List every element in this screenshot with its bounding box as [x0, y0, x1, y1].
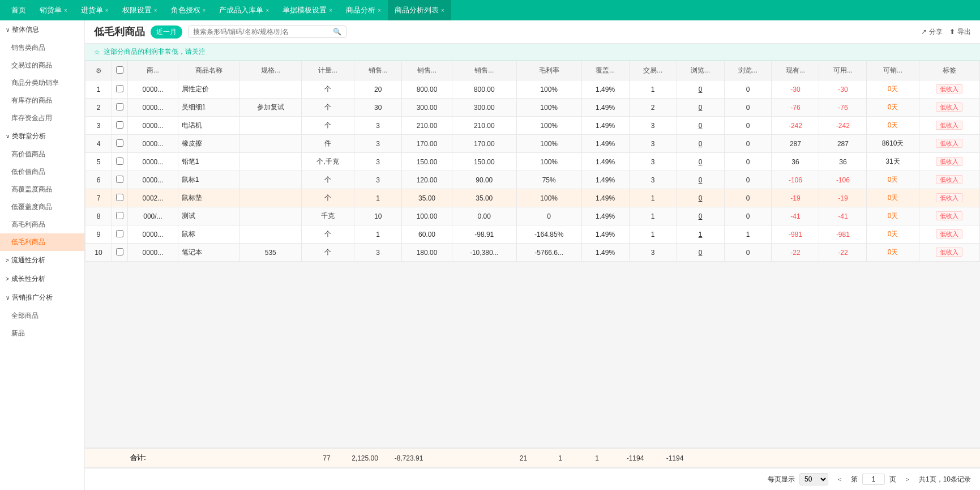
nav-item-进货单[interactable]: 进货单× — [74, 0, 115, 20]
nav-item-商品分析列表[interactable]: 商品分析列表× — [388, 0, 451, 20]
nav-close-icon[interactable]: × — [378, 7, 381, 14]
browse1-link[interactable]: 0 — [699, 249, 703, 257]
row-checkbox-cell[interactable] — [112, 80, 128, 99]
row-browse1[interactable]: 0 — [677, 153, 724, 171]
nav-item-权限设置[interactable]: 权限设置× — [115, 0, 164, 20]
sidebar-item-商品分类助销率[interactable]: 商品分类助销率 — [0, 74, 84, 92]
row-checkbox-cell[interactable] — [112, 153, 128, 171]
prev-page-button[interactable]: ＜ — [833, 474, 846, 485]
browse1-link[interactable]: 0 — [699, 122, 703, 130]
browse1-link[interactable]: 0 — [699, 176, 703, 184]
row-checkbox-cell[interactable] — [112, 225, 128, 244]
filter-recent-month-button[interactable]: 近一月 — [151, 25, 182, 39]
table-row[interactable]: 5 0000... 铅笔1 个,千克 3 150.00 150.00 100% … — [85, 153, 980, 171]
sidebar-group-成长性分析[interactable]: >成长性分析 — [0, 270, 84, 288]
table-row[interactable]: 9 0000... 鼠标 个 1 60.00 -98.91 -164.85% 1… — [85, 225, 980, 244]
row-checkbox[interactable] — [116, 103, 123, 110]
table-row[interactable]: 6 0000... 鼠标1 个 3 120.00 90.00 75% 1.49%… — [85, 171, 980, 189]
sidebar-item-交易过的商品[interactable]: 交易过的商品 — [0, 57, 84, 74]
sidebar-group-整体信息[interactable]: ∨整体信息 — [0, 20, 84, 39]
row-checkbox[interactable] — [116, 85, 123, 92]
row-browse1[interactable]: 0 — [677, 80, 724, 99]
row-checkbox-cell[interactable] — [112, 135, 128, 153]
nav-item-产成品入库单[interactable]: 产成品入库单× — [212, 0, 276, 20]
row-checkbox-cell[interactable] — [112, 207, 128, 225]
export-button[interactable]: ⬆ 导出 — [949, 27, 971, 37]
sidebar-group-类群堂分析[interactable]: ∨类群堂分析 — [0, 127, 84, 146]
row-checkbox[interactable] — [116, 248, 123, 255]
row-browse1[interactable]: 0 — [677, 99, 724, 117]
browse1-link[interactable]: 0 — [699, 104, 703, 112]
nav-close-icon[interactable]: × — [329, 7, 332, 14]
nav-close-icon[interactable]: × — [64, 7, 67, 14]
table-row[interactable]: 7 0002... 鼠标垫 个 1 35.00 35.00 100% 1.49%… — [85, 189, 980, 207]
select-all-col[interactable] — [112, 61, 128, 80]
sidebar-item-低价值商品[interactable]: 低价值商品 — [0, 163, 84, 181]
browse1-link[interactable]: 0 — [699, 194, 703, 202]
table-row[interactable]: 4 0000... 橡皮擦 件 3 170.00 170.00 100% 1.4… — [85, 135, 980, 153]
sidebar-group-流通性分析[interactable]: >流通性分析 — [0, 251, 84, 270]
row-checkbox-cell[interactable] — [112, 117, 128, 135]
table-row[interactable]: 2 0000... 吴细细1 参加复试 个 30 300.00 300.00 1… — [85, 99, 980, 117]
nav-item-商品分析[interactable]: 商品分析× — [339, 0, 388, 20]
nav-item-销货单[interactable]: 销货单× — [33, 0, 74, 20]
row-checkbox-cell[interactable] — [112, 189, 128, 207]
row-checkbox[interactable] — [116, 212, 123, 219]
browse1-link[interactable]: 0 — [699, 140, 703, 148]
sidebar-item-新品[interactable]: 新品 — [0, 325, 84, 342]
sidebar-item-高价值商品[interactable]: 高价值商品 — [0, 146, 84, 163]
row-checkbox[interactable] — [116, 121, 123, 129]
row-browse1[interactable]: 0 — [677, 135, 724, 153]
nav-item-单据模板设置[interactable]: 单据模板设置× — [276, 0, 339, 20]
row-browse1[interactable]: 0 — [677, 189, 724, 207]
page-input[interactable] — [862, 474, 885, 485]
row-checkbox-cell[interactable] — [112, 99, 128, 117]
settings-icon[interactable]: ⚙ — [96, 67, 102, 75]
row-browse1[interactable]: 0 — [677, 171, 724, 189]
browse1-link[interactable]: 1 — [699, 231, 703, 238]
search-input[interactable] — [193, 28, 333, 36]
nav-close-icon[interactable]: × — [105, 7, 109, 14]
row-checkbox[interactable] — [116, 157, 123, 165]
browse1-link[interactable]: 0 — [699, 212, 703, 220]
sidebar-item-低毛利商品[interactable]: 低毛利商品 — [0, 233, 84, 251]
row-checkbox[interactable] — [116, 230, 123, 237]
per-page-select[interactable]: 50 100 200 — [799, 473, 828, 485]
nav-close-icon[interactable]: × — [441, 7, 444, 14]
table-container[interactable]: ⚙ 商... 商品名称 规格... 计量... 销售... 销售... 销售..… — [85, 61, 980, 448]
nav-item-角色授权[interactable]: 角色授权× — [164, 0, 213, 20]
nav-close-icon[interactable]: × — [266, 7, 269, 14]
sidebar-item-销售类商品[interactable]: 销售类商品 — [0, 39, 84, 57]
row-browse1[interactable]: 0 — [677, 244, 724, 262]
table-row[interactable]: 3 0000... 电话机 个 3 210.00 210.00 100% 1.4… — [85, 117, 980, 135]
nav-close-icon[interactable]: × — [203, 7, 206, 14]
sidebar-item-高毛利商品[interactable]: 高毛利商品 — [0, 216, 84, 233]
row-browse1[interactable]: 1 — [677, 225, 724, 244]
sidebar-item-低覆盖度商品[interactable]: 低覆盖度商品 — [0, 198, 84, 216]
share-button[interactable]: ↗ 分享 — [921, 27, 943, 37]
row-checkbox[interactable] — [116, 139, 123, 147]
row-checkbox[interactable] — [116, 176, 123, 183]
settings-col-header[interactable]: ⚙ — [85, 61, 112, 80]
row-checkbox-cell[interactable] — [112, 171, 128, 189]
select-all-checkbox[interactable] — [116, 66, 123, 74]
row-browse1[interactable]: 0 — [677, 117, 724, 135]
sidebar-item-高覆盖度商品[interactable]: 高覆盖度商品 — [0, 181, 84, 198]
sidebar-item-有库存的商品[interactable]: 有库存的商品 — [0, 92, 84, 109]
next-page-button[interactable]: ＞ — [901, 474, 914, 485]
browse1-link[interactable]: 0 — [699, 158, 703, 166]
sidebar-group-营销推广分析[interactable]: ∨营销推广分析 — [0, 288, 84, 307]
col-qty-header: 销售... — [354, 61, 402, 80]
row-checkbox[interactable] — [116, 194, 123, 201]
row-browse1[interactable]: 0 — [677, 207, 724, 225]
browse1-link[interactable]: 0 — [699, 86, 703, 93]
nav-item-首页[interactable]: 首页 — [5, 0, 33, 20]
sidebar-item-库存资金占用[interactable]: 库存资金占用 — [0, 109, 84, 127]
table-row[interactable]: 8 000/... 测试 千克 10 100.00 0.00 0 1.49% 1… — [85, 207, 980, 225]
nav-close-icon[interactable]: × — [154, 7, 157, 14]
sidebar-item-全部商品[interactable]: 全部商品 — [0, 307, 84, 325]
table-row[interactable]: 10 0000... 笔记本 535 个 3 180.00 -10,380...… — [85, 244, 980, 262]
row-checkbox-cell[interactable] — [112, 244, 128, 262]
search-icon[interactable]: 🔍 — [333, 28, 341, 36]
table-row[interactable]: 1 0000... 属性定价 个 20 800.00 800.00 100% 1… — [85, 80, 980, 99]
